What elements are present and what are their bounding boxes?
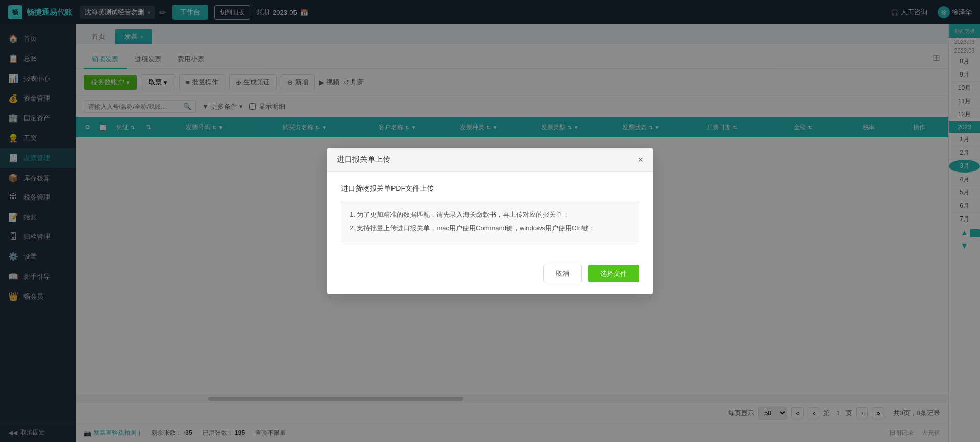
modal-info-line-1: 1. 为了更加精准的数据匹配，请先录入海关缴款书，再上传对应的报关单；	[350, 208, 630, 222]
modal-header: 进口报关单上传 ×	[327, 148, 653, 172]
modal-section-title: 进口货物报关单PDF文件上传	[341, 184, 639, 193]
modal-close-button[interactable]: ×	[638, 155, 643, 164]
modal-info-box: 1. 为了更加精准的数据匹配，请先录入海关缴款书，再上传对应的报关单； 2. 支…	[341, 201, 639, 242]
modal-select-file-button[interactable]: 选择文件	[588, 265, 639, 282]
modal-footer: 取消 选择文件	[327, 265, 653, 294]
import-customs-modal: 进口报关单上传 × 进口货物报关单PDF文件上传 1. 为了更加精准的数据匹配，…	[327, 148, 653, 294]
modal-cancel-button[interactable]: 取消	[543, 265, 582, 282]
modal-info-line-2: 2. 支持批量上传进口报关单，mac用户使用Command键，windows用户…	[350, 222, 630, 235]
modal-overlay: 进口报关单上传 × 进口货物报关单PDF文件上传 1. 为了更加精准的数据匹配，…	[0, 0, 980, 442]
modal-title: 进口报关单上传	[337, 155, 390, 164]
modal-body: 进口货物报关单PDF文件上传 1. 为了更加精准的数据匹配，请先录入海关缴款书，…	[327, 172, 653, 265]
